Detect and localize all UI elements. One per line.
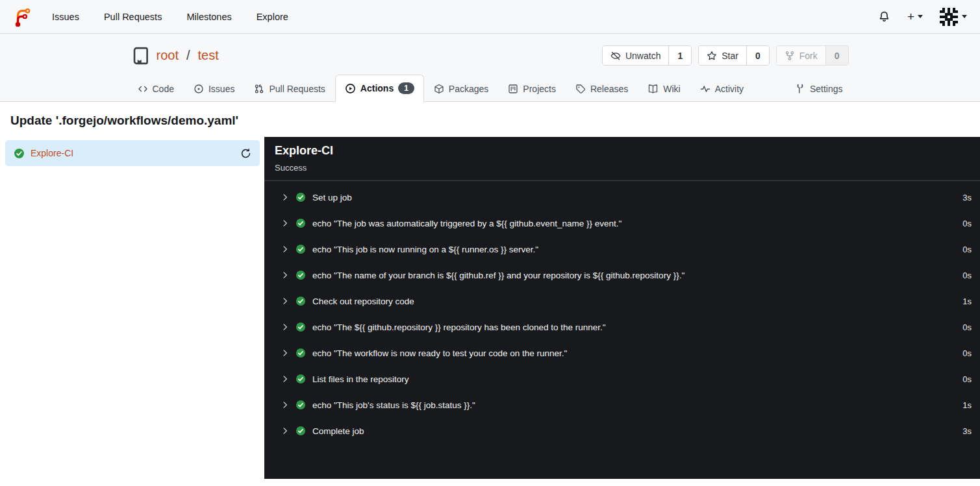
step-success-icon xyxy=(295,296,306,306)
project-board-icon xyxy=(508,84,518,94)
stars-count[interactable]: 0 xyxy=(746,46,769,65)
user-menu-button[interactable] xyxy=(940,8,967,26)
issue-circle-icon xyxy=(194,84,204,94)
job-log-header: Explore-CI Success xyxy=(264,137,980,181)
tab-releases[interactable]: Releases xyxy=(566,76,638,101)
package-icon xyxy=(434,84,444,94)
tab-pull-requests[interactable]: Pull Requests xyxy=(244,76,334,101)
step-name: echo "The job was automatically triggere… xyxy=(312,219,622,228)
step-success-icon xyxy=(295,218,306,228)
chevron-right-icon[interactable] xyxy=(281,193,289,201)
nav-issues[interactable]: Issues xyxy=(52,12,79,22)
step-row[interactable]: List files in the repository 0s xyxy=(264,366,980,392)
step-name: echo "This job is now running on a ${{ r… xyxy=(312,245,538,254)
play-circle-icon xyxy=(345,83,356,94)
step-duration: 3s xyxy=(962,193,972,202)
star-icon xyxy=(707,51,717,61)
step-row[interactable]: Complete job 3s xyxy=(264,418,980,444)
tab-wiki[interactable]: Wiki xyxy=(638,76,690,101)
fork-icon xyxy=(785,51,795,61)
tab-activity[interactable]: Activity xyxy=(690,76,753,101)
star-button-group: Star 0 xyxy=(698,45,769,66)
book-open-icon xyxy=(647,84,659,94)
chevron-right-icon[interactable] xyxy=(281,401,289,409)
forks-count: 0 xyxy=(825,46,848,65)
forgejo-logo[interactable] xyxy=(13,7,32,27)
bell-icon xyxy=(878,10,890,23)
chevron-right-icon[interactable] xyxy=(281,271,289,279)
unwatch-button[interactable]: Unwatch xyxy=(603,46,668,65)
tab-issues[interactable]: Issues xyxy=(184,76,244,101)
create-new-button[interactable]: + xyxy=(907,10,923,23)
chevron-right-icon[interactable] xyxy=(281,245,289,253)
step-list: Set up job 3s echo "The job was automati… xyxy=(264,181,980,444)
repo-header-section: root / test Unwatch 1 xyxy=(0,34,980,102)
star-button[interactable]: Star xyxy=(699,46,746,65)
job-status-text: Success xyxy=(275,163,970,173)
step-row[interactable]: Check out repository code 1s xyxy=(264,288,980,314)
repo-icon xyxy=(132,47,150,65)
step-row[interactable]: echo "The ${{ github.repository }} repos… xyxy=(264,314,980,340)
sync-icon xyxy=(240,148,251,159)
job-log-panel: Explore-CI Success Set up job 3s xyxy=(264,137,980,479)
code-icon xyxy=(138,84,148,94)
chevron-down-icon xyxy=(918,15,923,18)
step-name: Complete job xyxy=(312,426,364,436)
step-success-icon xyxy=(295,348,306,358)
step-success-icon xyxy=(295,270,306,280)
actions-count-badge: 1 xyxy=(398,82,414,94)
chevron-right-icon[interactable] xyxy=(281,219,289,227)
nav-milestones[interactable]: Milestones xyxy=(186,12,231,22)
step-duration: 0s xyxy=(962,219,972,228)
rerun-job-button[interactable] xyxy=(240,148,251,159)
nav-pull-requests[interactable]: Pull Requests xyxy=(104,12,162,22)
plus-icon: + xyxy=(907,10,914,23)
step-duration: 0s xyxy=(962,271,972,280)
chevron-right-icon[interactable] xyxy=(281,427,289,435)
step-row[interactable]: Set up job 3s xyxy=(264,184,980,210)
step-duration: 0s xyxy=(962,348,972,358)
chevron-right-icon[interactable] xyxy=(281,375,289,383)
step-name: echo "This job's status is ${{ job.statu… xyxy=(312,400,475,410)
tab-projects[interactable]: Projects xyxy=(498,76,566,101)
wrench-icon xyxy=(795,84,805,94)
job-name: Explore-CI xyxy=(31,148,73,158)
chevron-down-icon xyxy=(962,15,967,18)
tab-code[interactable]: Code xyxy=(128,76,184,101)
step-success-icon xyxy=(295,426,306,436)
step-name: Set up job xyxy=(312,193,352,202)
fork-button: Fork xyxy=(777,46,825,65)
notifications-button[interactable] xyxy=(878,10,890,23)
step-row[interactable]: echo "This job's status is ${{ job.statu… xyxy=(264,392,980,418)
eye-slash-icon xyxy=(610,51,621,61)
step-success-icon xyxy=(295,374,306,384)
step-success-icon xyxy=(295,322,306,332)
step-success-icon xyxy=(295,192,306,202)
tab-settings[interactable]: Settings xyxy=(785,76,853,101)
nav-explore[interactable]: Explore xyxy=(257,12,288,22)
step-row[interactable]: echo "The job was automatically triggere… xyxy=(264,210,980,236)
step-duration: 1s xyxy=(962,400,972,410)
primary-nav: Issues Pull Requests Milestones Explore xyxy=(52,12,288,22)
step-name: List files in the repository xyxy=(312,374,409,384)
tab-packages[interactable]: Packages xyxy=(424,76,498,101)
job-item-explore-ci[interactable]: Explore-CI xyxy=(5,140,260,166)
chevron-right-icon[interactable] xyxy=(281,297,289,305)
tab-actions[interactable]: Actions 1 xyxy=(335,75,424,102)
chevron-right-icon[interactable] xyxy=(281,349,289,357)
step-duration: 0s xyxy=(962,245,972,254)
run-title: Update '.forgejo/workflows/demo.yaml' xyxy=(0,102,980,137)
fork-button-group: Fork 0 xyxy=(776,45,849,66)
step-row[interactable]: echo "The workflow is now ready to test … xyxy=(264,340,980,366)
watchers-count[interactable]: 1 xyxy=(668,46,691,65)
step-row[interactable]: echo "This job is now running on a ${{ r… xyxy=(264,236,980,262)
step-success-icon xyxy=(295,244,306,254)
step-row[interactable]: echo "The name of your branch is ${{ git… xyxy=(264,262,980,288)
step-duration: 0s xyxy=(962,374,972,384)
chevron-right-icon[interactable] xyxy=(281,323,289,331)
repo-name-link[interactable]: test xyxy=(198,48,219,63)
tag-icon xyxy=(575,84,586,94)
step-success-icon xyxy=(295,400,306,410)
pull-request-icon xyxy=(254,84,264,94)
repo-owner-link[interactable]: root xyxy=(157,48,179,63)
